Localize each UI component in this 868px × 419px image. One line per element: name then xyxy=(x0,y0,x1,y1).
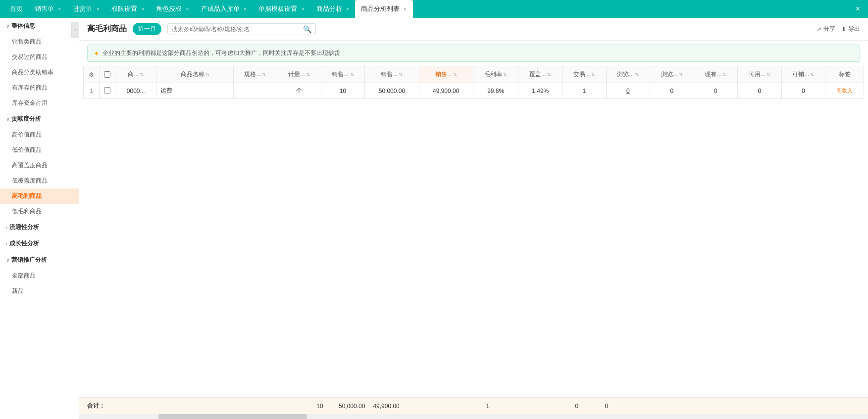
sidebar-item-high-coverage[interactable]: 高覆盖度商品 xyxy=(0,158,79,173)
close-icon-analysis-list[interactable]: × xyxy=(404,6,407,12)
col-margin[interactable]: 毛利率 ⇅ xyxy=(473,66,518,83)
sidebar-group-circulation[interactable]: › 流通性分析 xyxy=(0,219,79,235)
main-layout: « ∨ 整体信息 销售类商品 交易过的商品 商品分类助销率 有库存的商品 库存资… xyxy=(0,18,868,419)
nav-label-template: 单据模板设置 xyxy=(258,4,297,13)
sidebar-item-high-value[interactable]: 高价值商品 xyxy=(0,127,79,142)
footer-transactions: 1 xyxy=(473,403,503,410)
nav-item-home[interactable]: 首页 xyxy=(4,0,29,18)
info-banner: ✦ 企业的主要的利润都是这部分商品创造的，可考虑加大推广，同时关注库存是不要出现… xyxy=(87,45,860,62)
cell-current-stock: 0 xyxy=(694,83,738,99)
close-icon-template[interactable]: × xyxy=(301,6,304,12)
close-icon-sales[interactable]: × xyxy=(58,6,61,12)
sidebar-item-all-goods[interactable]: 全部商品 xyxy=(0,268,79,283)
filter-recent-month-button[interactable]: 近一月 xyxy=(133,23,161,35)
select-all-checkbox[interactable] xyxy=(104,71,110,78)
col-tag-label: 标签 xyxy=(839,70,851,79)
search-input[interactable] xyxy=(172,26,301,33)
row-num: 1 xyxy=(90,88,93,94)
col-sales-qty[interactable]: 销售... ⇅ xyxy=(321,66,365,83)
sidebar-item-label: 低毛利商品 xyxy=(12,208,42,215)
col-available-stock-label: 可用... xyxy=(749,70,766,79)
close-all-button[interactable]: × xyxy=(852,4,864,13)
footer-label: 合计： xyxy=(87,402,147,410)
col-transactions[interactable]: 交易... ⇅ xyxy=(562,66,607,83)
close-icon-roles[interactable]: × xyxy=(186,6,189,12)
col-checkbox[interactable] xyxy=(100,66,115,83)
footer-sales-profit: 49,900.00 xyxy=(369,403,403,410)
footer-spacer5 xyxy=(532,403,562,410)
close-icon-product-entry[interactable]: × xyxy=(244,6,247,12)
col-views1[interactable]: 浏览... ⇅ xyxy=(606,66,650,83)
col-sales-profit[interactable]: 销售... ⇅ xyxy=(419,66,473,83)
col-unit[interactable]: 计量... ⇅ xyxy=(277,66,321,83)
cell-unit: 个 xyxy=(277,83,321,99)
nav-item-analysis[interactable]: 商品分析 × xyxy=(310,0,355,18)
table-container[interactable]: ⚙ 商... ⇅ 商品名称 xyxy=(79,66,868,397)
col-current-stock[interactable]: 现有... ⇅ xyxy=(694,66,738,83)
nav-item-product-entry[interactable]: 产成品入库单 × xyxy=(195,0,253,18)
bottom-scrollbar[interactable] xyxy=(79,414,868,419)
sidebar-item-in-stock[interactable]: 有库存的商品 xyxy=(0,80,79,95)
footer-cells: 10 50,000.00 49,900.00 1 0 0 xyxy=(147,403,860,410)
header-actions: ↗ 分享 ⬇ 导出 xyxy=(817,25,860,33)
close-icon-purchase[interactable]: × xyxy=(96,6,99,12)
nav-item-template[interactable]: 单据模板设置 × xyxy=(253,0,310,18)
col-views2[interactable]: 浏览... ⇅ xyxy=(650,66,694,83)
row-checkbox[interactable] xyxy=(104,87,110,93)
sidebar-item-label: 新品 xyxy=(12,287,24,294)
sidebar-item-new-goods[interactable]: 新品 xyxy=(0,283,79,299)
sidebar-item-low-coverage[interactable]: 低覆盖度商品 xyxy=(0,173,79,188)
cell-code: 0000... xyxy=(115,83,156,99)
row-views1[interactable]: 0 xyxy=(626,88,630,94)
col-sales-qty-label: 销售... xyxy=(332,70,349,79)
nav-item-analysis-list[interactable]: 商品分析列表 × xyxy=(355,0,412,18)
nav-item-permissions[interactable]: 权限设置 × xyxy=(105,0,150,18)
sidebar-item-traded-goods[interactable]: 交易过的商品 xyxy=(0,49,79,65)
export-button[interactable]: ⬇ 导出 xyxy=(841,25,860,33)
col-spec[interactable]: 规格... ⇅ xyxy=(233,66,277,83)
col-coverage-label: 覆盖... xyxy=(529,70,546,79)
sidebar-item-label: 库存资金占用 xyxy=(12,99,48,106)
sidebar-item-low-value[interactable]: 低价值商品 xyxy=(0,142,79,158)
arrow-icon-growth: › xyxy=(6,241,7,246)
cell-checkbox[interactable] xyxy=(100,83,115,99)
col-available-stock[interactable]: 可用... ⇅ xyxy=(738,66,782,83)
search-icon[interactable]: 🔍 xyxy=(303,25,311,33)
sidebar-collapse-button[interactable]: « xyxy=(71,22,79,38)
sidebar-group-overall[interactable]: ∨ 整体信息 xyxy=(0,18,79,34)
sort-icon-available-stock: ⇅ xyxy=(766,72,770,77)
nav-item-sales[interactable]: 销售单 × xyxy=(29,0,67,18)
cell-sellable: 0 xyxy=(781,83,825,99)
sidebar-group-contribution[interactable]: ∨ 贡献度分析 xyxy=(0,111,79,127)
sort-icon-sellable: ⇅ xyxy=(810,72,814,77)
close-icon-analysis[interactable]: × xyxy=(346,6,349,12)
nav-item-purchase[interactable]: 进货单 × xyxy=(67,0,105,18)
col-name[interactable]: 商品名称 ⇅ xyxy=(156,66,233,83)
info-banner-text: 企业的主要的利润都是这部分商品创造的，可考虑加大推广，同时关注库存是不要出现缺货 xyxy=(102,49,340,57)
sidebar-item-stock-capital[interactable]: 库存资金占用 xyxy=(0,95,79,111)
col-tag[interactable]: 标签 xyxy=(825,66,864,83)
sidebar-item-category-rate[interactable]: 商品分类助销率 xyxy=(0,65,79,80)
col-settings[interactable]: ⚙ xyxy=(84,66,100,83)
cell-available-stock: 0 xyxy=(738,83,782,99)
share-button[interactable]: ↗ 分享 xyxy=(817,25,835,33)
sidebar-item-low-margin[interactable]: 低毛利商品 xyxy=(0,204,79,219)
col-coverage[interactable]: 覆盖... ⇅ xyxy=(518,66,562,83)
scrollbar-thumb[interactable] xyxy=(158,414,307,419)
cell-tag: 高收入 xyxy=(825,83,864,99)
sidebar-group-circulation-label: 流通性分析 xyxy=(9,223,39,232)
sidebar-group-growth[interactable]: › 成长性分析 xyxy=(0,235,79,252)
close-icon-permissions[interactable]: × xyxy=(141,6,144,12)
sidebar-item-high-margin[interactable]: 高毛利商品 xyxy=(0,188,79,204)
cell-spec xyxy=(233,83,277,99)
nav-item-roles[interactable]: 角色授权 × xyxy=(150,0,195,18)
cell-coverage: 1.49% xyxy=(518,83,562,99)
col-sellable[interactable]: 可销... ⇅ xyxy=(781,66,825,83)
cell-views1[interactable]: 0 xyxy=(606,83,650,99)
row-sellable: 0 xyxy=(802,88,805,94)
sidebar-group-marketing[interactable]: ∨ 营销推广分析 xyxy=(0,252,79,268)
col-code[interactable]: 商... ⇅ xyxy=(115,66,156,83)
nav-label-analysis-list: 商品分析列表 xyxy=(361,4,400,13)
sidebar-item-sales-goods[interactable]: 销售类商品 xyxy=(0,34,79,49)
col-sales-amount[interactable]: 销售... ⇅ xyxy=(365,66,419,83)
